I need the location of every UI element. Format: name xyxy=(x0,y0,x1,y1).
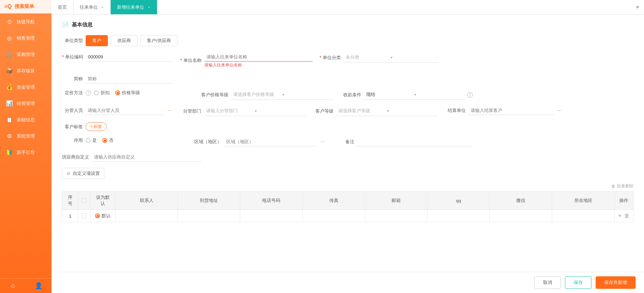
add-tag-label: + 标签 xyxy=(90,124,102,130)
payment-terms-select[interactable]: 现结 ▾ xyxy=(364,90,464,100)
sidebar-item-sales[interactable]: ◎ 销售管理 xyxy=(0,30,52,46)
sidebar-item-label: 快捷导航 xyxy=(17,19,35,25)
sidebar-item-operations[interactable]: 📊 经营管理 xyxy=(0,95,52,112)
customer-level-label: 客户等级 xyxy=(313,108,333,114)
both-btn[interactable]: 客户/供应商 xyxy=(140,35,178,46)
fax-input[interactable] xyxy=(306,213,361,219)
payment-help-icon[interactable]: ? xyxy=(467,92,473,98)
col-email: 邮箱 xyxy=(365,192,427,210)
col-check xyxy=(78,192,91,210)
customer-price-level-field: 客户价格等级 请选择客户价格等级 ▾ xyxy=(201,90,333,100)
cell-check xyxy=(78,210,91,222)
address-input[interactable] xyxy=(181,213,236,219)
supplier-custom-input[interactable] xyxy=(92,153,201,162)
cell-address[interactable] xyxy=(178,210,240,222)
add-row-button[interactable]: + xyxy=(618,213,621,219)
save-button[interactable]: 保存 xyxy=(565,276,591,289)
cell-qq[interactable] xyxy=(427,210,489,222)
table-wrapper: 序号 设为默认 联系人 到货地址 电话号码 传真 邮箱 qq 微信 所在地区 操… xyxy=(62,191,634,222)
wechat-input[interactable] xyxy=(493,213,548,219)
delete-row-button[interactable]: 🗑 xyxy=(624,213,630,219)
pricing-discount-option[interactable]: 折扣 xyxy=(94,90,110,96)
tab-home[interactable]: 首页 xyxy=(52,0,73,14)
settlement-unit-input[interactable] xyxy=(469,106,553,115)
sidebar-item-inventory[interactable]: 📦 库存核算 xyxy=(0,63,52,79)
row-checkbox[interactable] xyxy=(82,213,87,218)
customer-tag-field: 客户标签 + 标签 xyxy=(62,122,634,131)
department-select[interactable]: 请输入分管部门 ▾ xyxy=(204,106,306,116)
sidebar-bottom-home[interactable]: ⌂ xyxy=(0,278,26,293)
tab-unit-list-close[interactable]: × xyxy=(101,5,104,10)
customer-btn[interactable]: 客户 xyxy=(86,35,108,46)
region-more-btn[interactable]: ··· xyxy=(319,139,327,145)
manager-more-btn[interactable]: ··· xyxy=(166,107,173,114)
customer-price-level-placeholder: 请选择客户价格等级 xyxy=(233,91,282,98)
unit-category-select[interactable]: 未分类 ▾ xyxy=(344,52,438,63)
short-name-input[interactable] xyxy=(86,74,173,83)
unit-name-input[interactable] xyxy=(204,52,313,62)
col-action: 操作 xyxy=(614,192,633,210)
supplier-custom-label: 供应商自定义 xyxy=(62,154,89,160)
unit-code-input[interactable] xyxy=(86,52,173,62)
payment-terms-field: 收款条件 现结 ▾ ? xyxy=(340,90,473,100)
col-contact: 联系人 xyxy=(115,192,178,210)
unit-type-row: 单位类型 客户 供应商 客户/供应商 xyxy=(62,35,634,46)
tab-new-unit[interactable]: 新增往来单位 × xyxy=(111,0,157,14)
unit-category-label: 单位分类 xyxy=(320,55,341,61)
table-region-input[interactable] xyxy=(556,213,611,219)
manager-input[interactable] xyxy=(86,106,163,115)
section-icon: 📄 xyxy=(62,22,69,28)
sidebar-item-purchase[interactable]: 🛒 采购管理 xyxy=(0,46,52,63)
cell-wechat[interactable] xyxy=(490,210,552,222)
disabled-no-option[interactable]: 否 xyxy=(102,137,113,144)
sidebar-item-basic[interactable]: 📋 基础信息 xyxy=(0,112,52,128)
set-default-radio[interactable]: 默认 xyxy=(94,213,112,219)
email-input[interactable] xyxy=(369,213,424,219)
unit-name-error: 请输入往来单位名称 xyxy=(204,62,313,68)
sidebar-item-label: 库存核算 xyxy=(17,68,35,74)
sidebar-item-label: 销售管理 xyxy=(17,35,35,41)
customer-price-level-select[interactable]: 请选择客户价格等级 ▾ xyxy=(231,90,333,100)
add-tag-button[interactable]: + 标签 xyxy=(86,122,107,131)
qq-input[interactable] xyxy=(431,213,486,219)
sidebar-item-label: 基础信息 xyxy=(17,117,35,123)
pricing-help-icon[interactable]: ? xyxy=(86,90,91,96)
sidebar-bottom: ⌂ 👤 xyxy=(0,278,52,293)
cell-region[interactable] xyxy=(552,210,614,222)
notes-input[interactable] xyxy=(357,137,473,146)
footer: 取消 保存 保存并新增 xyxy=(52,272,644,293)
disabled-yes-option[interactable]: 是 xyxy=(86,137,97,144)
settlement-more-btn[interactable]: ··· xyxy=(556,107,563,114)
tab-new-unit-close[interactable]: × xyxy=(147,5,150,10)
table-row: 1 默认 xyxy=(62,210,634,222)
sidebar-item-quick-nav[interactable]: ⊙ 快捷导航 xyxy=(0,14,52,30)
search-icon: ≡Q xyxy=(4,3,12,10)
chevron-down-icon: ▾ xyxy=(391,55,436,60)
custom-settings-button[interactable]: ⚙ 自定义项设置 xyxy=(62,168,104,179)
cell-fax[interactable] xyxy=(303,210,365,222)
form-content: 📄 基本信息 单位类型 客户 供应商 客户/供应商 单位编码 单位名称 xyxy=(52,15,644,272)
save-new-button[interactable]: 保存并新增 xyxy=(596,276,636,289)
sidebar-item-finance[interactable]: 💰 资金管理 xyxy=(0,79,52,95)
cell-phone[interactable] xyxy=(240,210,303,222)
supplier-btn[interactable]: 供应商 xyxy=(111,35,138,46)
pricing-level-option[interactable]: 价格等级 xyxy=(115,90,140,96)
select-all-checkbox[interactable] xyxy=(82,198,87,203)
cell-default: 默认 xyxy=(91,210,116,222)
customer-level-select[interactable]: 请选择客户等级 ▾ xyxy=(336,106,438,116)
main-area: 首页 往来单位 × 新增往来单位 × × 📄 基本信息 单位类型 客户 供应商 xyxy=(52,0,644,293)
disabled-yes-radio xyxy=(86,138,91,143)
contact-input[interactable] xyxy=(119,213,174,219)
window-close-button[interactable]: × xyxy=(631,0,644,14)
sidebar-bottom-user[interactable]: 👤 xyxy=(26,278,52,293)
search-menu-item[interactable]: ≡Q 搜索菜单 xyxy=(0,0,52,14)
cell-contact[interactable] xyxy=(115,210,178,222)
sidebar-item-system[interactable]: ⚙ 系统管理 xyxy=(0,128,52,144)
sidebar-item-newbie[interactable]: 🔰 新手引导 xyxy=(0,144,52,161)
region-input[interactable] xyxy=(224,137,316,146)
phone-input[interactable] xyxy=(244,213,299,219)
batch-delete-label[interactable]: 批量删除 xyxy=(617,183,634,189)
tab-unit-list[interactable]: 往来单位 × xyxy=(73,0,111,14)
cancel-button[interactable]: 取消 xyxy=(534,276,561,289)
cell-email[interactable] xyxy=(365,210,427,222)
